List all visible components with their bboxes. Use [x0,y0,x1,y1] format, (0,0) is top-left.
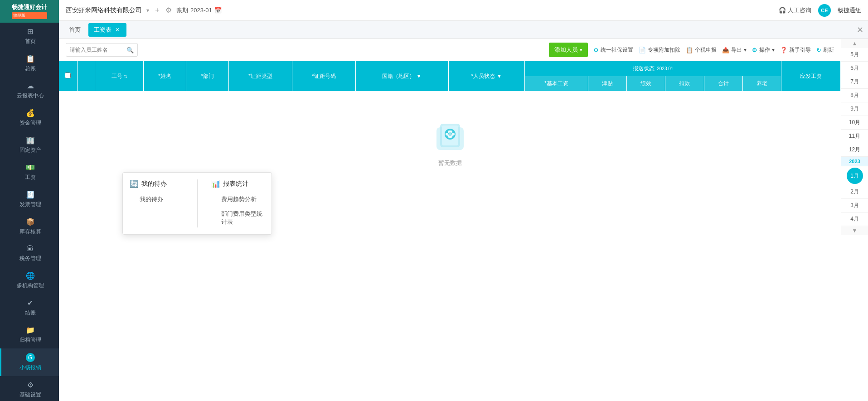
sidebar-item-basic-settings[interactable]: ⚙ 基础设置 [0,376,59,401]
refresh-label: 刷新 [823,46,834,54]
col-status: 国籍（地区） ▼ [355,61,448,91]
export-icon: 📤 [722,47,729,53]
salary-icon: 💵 [26,163,35,172]
popup-section-reports: 📊 报表统计 费用趋势分析 部门费用类型统计表 [211,179,265,227]
sidebar-item-cloud-reports[interactable]: ☁ 云报表中心 [0,77,59,104]
sidebar-item-fund-mgmt[interactable]: 💰 资金管理 [0,104,59,131]
sidebar-item-xiaochang-expense[interactable]: G 小畅报销 [0,348,59,376]
search-icon: 🔍 [126,47,134,53]
month-item[interactable]: 2月 [841,185,868,199]
popup-item-expense-trend[interactable]: 费用趋势分析 [211,194,265,205]
month-scroll-down-button[interactable]: ▼ [841,226,868,235]
headphone-icon: 🎧 [779,7,786,14]
sidebar-item-settlement[interactable]: ✔ 结账 [0,294,59,321]
select-all-checkbox[interactable] [65,72,71,78]
export-label: 导出 [731,46,742,54]
user-name[interactable]: 畅捷通组 [838,6,861,14]
col-performance: 绩效 [627,76,665,91]
building-icon: 🏢 [26,136,35,145]
month-item[interactable]: 12月 [841,143,868,157]
report-filter-icon[interactable]: ▼ [496,73,502,79]
col-salary-group: 报送状态 2023.01 [525,61,781,76]
operate-label: 操作 [759,46,770,54]
new-guide-button[interactable]: ❓ 新手引导 [780,46,811,54]
fund-icon: 💰 [26,109,35,117]
col-id-type: *部门 [186,61,229,91]
add-person-arrow-icon: ▾ [580,47,582,53]
service-label: 人工咨询 [788,6,811,14]
invoice-icon: 🧾 [26,190,35,199]
month-item[interactable]: 10月 [841,116,868,130]
tax-icon: 🏛 [27,245,34,253]
tab-close-button[interactable]: ✕ [114,26,121,34]
logo-text: 畅捷通好会计 [12,4,47,11]
close-panel-button[interactable]: ✕ [857,25,863,34]
toolbar-actions: 添加人员 ▾ ⚙ 统一社保设置 📄 专项附加扣除 📋 个税申报 [549,43,834,57]
sidebar-item-general-ledger[interactable]: 📋 总账 [0,50,59,77]
operate-button[interactable]: ⚙ 操作 ▾ [752,46,775,54]
sidebar-item-tax[interactable]: 🏛 税务管理 [0,240,59,267]
popup-item-mytodo[interactable]: 我的待办 [130,194,184,205]
popup-section-todo-header: 🔄 我的待办 [130,179,184,188]
search-wrap: 🔍 [66,43,138,57]
col-ops: 应发工资 [781,61,841,91]
refresh-button[interactable]: ↻ 刷新 [816,46,834,54]
month-item[interactable]: 9月 [841,102,868,116]
popup-content: 🔄 我的待办 我的待办 📊 报表统计 费用趋势分析 部门费用类型统计表 [130,179,265,227]
inventory-icon: 📦 [26,217,35,226]
month-item[interactable]: 7月 [841,75,868,89]
sidebar-item-salary[interactable]: 💵 工资 [0,159,59,186]
search-input[interactable] [70,47,124,53]
col-total: 合计 [704,76,742,91]
sidebar-item-fixed-assets[interactable]: 🏢 固定资产 [0,131,59,159]
sidebar-item-archive[interactable]: 📁 归档管理 [0,321,59,348]
company-settings-icon[interactable]: ⚙ [165,6,172,14]
operate-arrow-icon: ▾ [772,47,775,53]
col-base-salary: *基本工资 [525,76,588,91]
export-arrow-icon: ▾ [744,47,747,53]
month-item[interactable]: 8月 [841,89,868,102]
topbar: 西安虾米网络科技有限公司 ▾ ＋ ⚙ 账期 2023-01 📅 🎧 人工咨询 C… [59,0,868,21]
popup-item-dept-expense[interactable]: 部门费用类型统计表 [211,208,265,227]
month-scroll-up-button[interactable]: ▲ [841,39,868,48]
month-active-item[interactable]: 1月 [847,168,863,184]
sidebar-item-home[interactable]: ⊞ 首页 [0,23,59,50]
popup-todo-title: 我的待办 [141,180,167,188]
cloud-icon: ☁ [27,82,34,90]
status-filter-icon[interactable]: ▼ [416,73,422,79]
add-company-button[interactable]: ＋ [154,5,161,15]
month-picker: ▲ 5月 6月 7月 8月 9月 10月 11月 12月 2023 1月 2月 … [841,39,868,401]
month-item[interactable]: 6月 [841,62,868,75]
tab-home[interactable]: 首页 [63,23,86,37]
month-item[interactable]: 5月 [841,48,868,62]
export-button[interactable]: 📤 导出 ▾ [722,46,747,54]
sidebar-item-label: 工资 [25,174,36,181]
month-item[interactable]: 11月 [841,130,868,143]
tab-salary-table[interactable]: 工资表 ✕ [88,23,126,37]
name-sort-icon[interactable]: ⇅ [124,74,127,79]
sidebar-item-label: 云报表中心 [17,92,44,100]
month-item[interactable]: 3月 [841,199,868,213]
month-year-label: 2023 [841,157,868,166]
tabbar: 首页 工资表 ✕ ✕ [59,21,868,39]
sidebar-item-label: 库存核算 [19,228,41,236]
personal-tax-label: 个税申报 [695,46,717,54]
month-item[interactable]: 4月 [841,213,868,226]
sidebar-item-invoice[interactable]: 🧾 发票管理 [0,186,59,213]
tab-salary-table-label: 工资表 [94,26,112,34]
social-insurance-button[interactable]: ⚙ 统一社保设置 [593,46,633,54]
col-dept: *姓名 [144,61,186,91]
sidebar-item-inventory[interactable]: 📦 库存核算 [0,213,59,240]
special-deduct-label: 专项附加扣除 [648,46,680,54]
sidebar-item-multi-org[interactable]: 🌐 多机构管理 [0,267,59,294]
todo-icon: 🔄 [130,179,139,188]
company-dropdown-icon[interactable]: ▾ [146,7,149,14]
special-deduct-button[interactable]: 📄 专项附加扣除 [639,46,680,54]
add-person-button[interactable]: 添加人员 ▾ [549,43,588,57]
personal-tax-button[interactable]: 📋 个税申报 [686,46,717,54]
period-label: 账期 [176,6,188,14]
calendar-icon[interactable]: 📅 [214,7,222,14]
xiaochang-dropdown-popup: 🔄 我的待办 我的待办 📊 报表统计 费用趋势分析 部门费用类型统计表 [122,172,272,235]
customer-service-button[interactable]: 🎧 人工咨询 [779,6,811,14]
app-logo: 畅捷通好会计 旗舰版 [0,0,59,23]
